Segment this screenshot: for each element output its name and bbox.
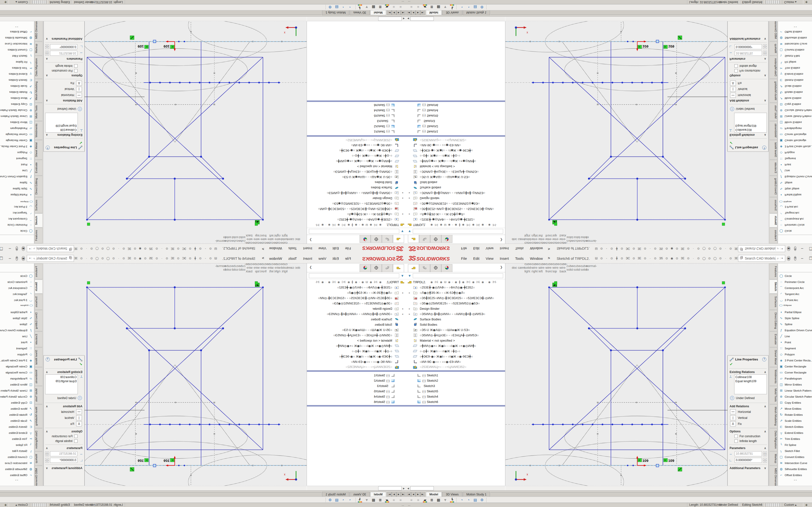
menu-item[interactable]: View — [483, 246, 497, 252]
tool-item[interactable]: ⊛ Circular Sketch Pattern — [778, 394, 812, 400]
gear-icon[interactable]: ⚙ — [327, 5, 333, 9]
tool-item[interactable]: ┬ Extend Entities — [778, 430, 812, 436]
toolbar-icon[interactable]: ⊙ — [177, 257, 179, 260]
filter-icon[interactable]: ▼ — [443, 498, 448, 502]
command-tab[interactable]: Mold Tools — [769, 103, 777, 121]
tool-item[interactable]: ▢ Convert Entities — [0, 47, 34, 53]
menu-item[interactable]: Window — [266, 256, 285, 262]
sketch-lines[interactable] — [87, 287, 263, 465]
tool-item[interactable]: ≋ Intersection Curve — [0, 41, 34, 47]
tool-item[interactable]: ◌ Perimeter Circle — [778, 279, 812, 285]
tool-item[interactable]: ∿ Style Spline — [778, 186, 812, 192]
tool-item[interactable]: ≋ Intersection Curve — [0, 460, 34, 466]
tree-item[interactable]: (-) Sketch5 — [406, 388, 505, 394]
history-icon[interactable]: ◔ — [466, 498, 471, 502]
toolbar-icon[interactable]: ⊙ — [654, 257, 656, 260]
toolbar-icon[interactable]: ⊙ — [199, 247, 202, 250]
search-dropdown-icon[interactable]: ▼ — [28, 247, 32, 250]
tab-propertymanager[interactable] — [371, 264, 382, 272]
history-icon[interactable]: ◔ — [466, 5, 471, 9]
command-tab[interactable]: Surfaces — [769, 294, 777, 309]
option-row[interactable]: For construction — [728, 68, 768, 73]
sketch-ellipse[interactable] — [102, 49, 248, 91]
command-tab[interactable]: Data Migration — [35, 56, 43, 79]
tree-item[interactable]: ◩ ○Э5◦U Ж◉АШ○ ◦ ○ШАм◉Ж U◦5Э○ — [406, 175, 505, 180]
tree-item[interactable] — [406, 135, 505, 137]
tool-item[interactable]: ▣ Center Rectangle — [778, 137, 812, 144]
toolbar-icon[interactable]: ⊙ — [687, 247, 690, 250]
toolbar-icon[interactable]: 3Е — [681, 247, 684, 250]
command-tab[interactable]: Weldments — [35, 367, 43, 386]
sketch-ellipse[interactable] — [505, 455, 624, 486]
group-add-relations[interactable]: Add Relations∧ — [728, 98, 768, 103]
filter-icon[interactable]: ▼ — [364, 498, 369, 502]
tool-item[interactable]: ƒ Equation Driven Curve — [778, 174, 812, 180]
relation-entry[interactable]: Equal length109 — [46, 379, 77, 383]
dimension-109-b[interactable]: = 109 — [138, 44, 148, 49]
tree-item[interactable]: (-) Sketch6 — [406, 103, 505, 108]
command-tab[interactable]: Mesh Modeling — [769, 79, 777, 103]
expand-arrow-icon[interactable]: ▸ — [400, 192, 403, 194]
tool-item[interactable]: ▢ Convert Entities — [0, 454, 34, 460]
tree-item[interactable]: ▸ ◔ ○Л◉◎╋Э5◦Ж○ ◦ ○Ж◦5Э╋◎◉Л○ — [406, 290, 505, 295]
tab-featuremanager[interactable] — [408, 235, 419, 243]
toolbar-icon[interactable]: Э5 — [149, 247, 153, 250]
tool-item[interactable]: ⌒ Centerpoint Arc — [0, 216, 34, 222]
tree-item[interactable]: ○╋ИИ◎◉+○ Ж◉І○ ◦ ○І◉Ж ○+◉◎ИИ╋○ — [307, 343, 406, 348]
tab-nav-button[interactable]: ▶| — [420, 492, 425, 497]
command-tab[interactable]: Markup — [35, 451, 43, 465]
reload-icon[interactable]: ◔ — [348, 5, 353, 9]
restore-button[interactable]: ❒ — [0, 246, 6, 251]
user-account-icon[interactable]: ◉ — [22, 256, 24, 261]
tool-item[interactable]: ▪ Point — [0, 162, 34, 168]
layers-icon[interactable]: ≡ — [409, 5, 414, 9]
tab-nav-button[interactable]: ▶| — [387, 492, 392, 497]
tab-displaymanager[interactable] — [360, 235, 371, 243]
tool-item[interactable]: ∷ Segment — [0, 156, 34, 162]
dimension-109-b[interactable]: = 109 — [664, 44, 674, 49]
tool-item[interactable]: ◈ 3 Point Center Recta... — [0, 144, 34, 150]
document-tab[interactable]: 3D Views — [350, 492, 370, 497]
tool-item[interactable]: ◌ Perimeter Circle — [0, 222, 34, 228]
toolbar-icon[interactable]: ⊙ — [144, 257, 146, 260]
tree-item[interactable]: ○╋ИИ◎◉+○ Ж◉І○ ◦ ○І◉Ж ○+◉◎ИИ╋○ — [406, 159, 505, 164]
reload-icon[interactable]: ◔ — [348, 498, 353, 502]
tree-item[interactable]: Σ ○Э5ИИ◎◦╋АЦ¤3Е○ ◦ ○Е3¤ЦА╋◦◎ИИ5Э○ — [406, 169, 505, 175]
tree-item[interactable]: ◩ ○Э5◦U Ж◉АШ○ ◦ ○ШАм◉Ж U◦5Э○ — [307, 175, 406, 180]
search-box[interactable]: Search CAD Models ⌕ ▼ — [27, 245, 74, 252]
sketch-ellipse[interactable] — [102, 416, 248, 458]
status-cube-icon[interactable]: ◈ — [4, 0, 7, 4]
toolbar-icon[interactable]: ◯ — [106, 257, 109, 260]
bottom-toolbar-icon[interactable] — [486, 498, 488, 502]
tree-item[interactable]: ◠ ○Э5◉◎25ИИ3Е25○ ◦ ○52Е3ИИ52◎◉5Э○ — [307, 300, 406, 306]
layer-properties-icon[interactable]: ┗ — [357, 498, 362, 502]
line-style-icon[interactable]: ≣ — [378, 5, 383, 9]
spinner[interactable]: ▴▾ — [763, 451, 767, 456]
minimize-button[interactable]: – — [6, 256, 14, 261]
search-input[interactable]: Search CAD Models — [745, 247, 775, 250]
bottom-toolbar-icon[interactable] — [355, 5, 356, 9]
tool-item[interactable]: ƒ Equation Driven Curve — [0, 174, 34, 180]
folder-sync-icon[interactable]: ▤ — [473, 498, 478, 502]
tree-tabs-expand-icon[interactable]: ❯ — [309, 265, 312, 269]
status-custom-dropdown[interactable]: Custom ▴ — [782, 0, 803, 4]
tab-nav-button[interactable]: ◀ — [396, 10, 401, 15]
toolbar-icon[interactable]: ⊙ — [644, 247, 646, 250]
toolbar-icon[interactable]: 3Е — [171, 247, 174, 250]
toolbar-icon[interactable]: ⊙ — [112, 257, 115, 260]
tree-item[interactable]: Material < not specified > — [307, 338, 406, 343]
menu-item[interactable]: Tools — [512, 246, 527, 252]
tree-scrollbar[interactable]: ◀ — [307, 16, 406, 21]
toolbar-icon[interactable]: ⊙ — [610, 257, 613, 260]
tool-item[interactable]: ✂ Trim Entities — [778, 436, 812, 442]
status-cube-icon[interactable]: ◈ — [4, 503, 7, 507]
tree-item[interactable]: ○╋ЭЄ9◦◉○ Ж◉І○ ◦ ○І◉Ж ○◉◦9ЄЭ╋○ — [406, 148, 505, 153]
tool-item[interactable]: ╱ Line — [778, 168, 812, 174]
tool-item[interactable]: ▭ Corner Rectangle — [0, 370, 34, 376]
pin-icon[interactable]: ⚑ — [547, 257, 551, 260]
dimension-109-a[interactable]: = 109 — [164, 44, 174, 49]
menu-item[interactable]: Window — [266, 246, 285, 252]
tool-item[interactable]: ≋ Intersection Curve — [778, 41, 812, 47]
user-account-icon[interactable]: ◉ — [787, 246, 790, 251]
toolbar-icon[interactable]: ⊙ — [156, 257, 158, 260]
